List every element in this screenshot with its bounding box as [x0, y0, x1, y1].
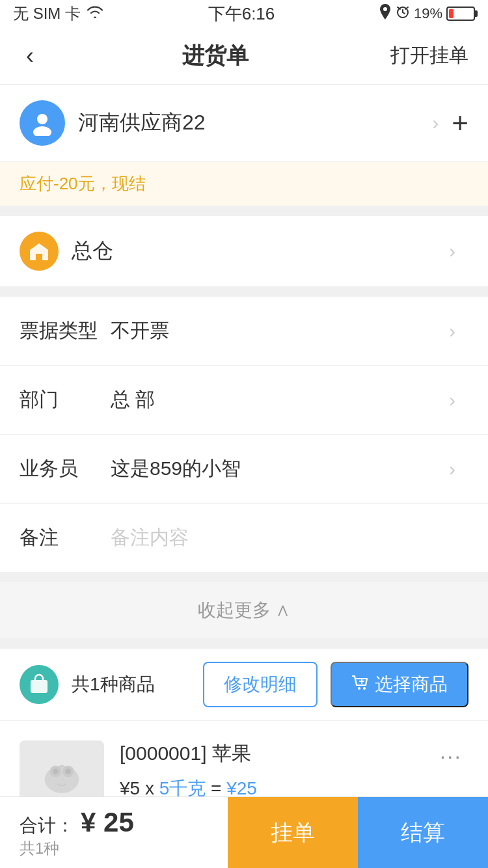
- supplier-name: 河南供应商22: [78, 109, 432, 137]
- price-total: ¥25: [226, 778, 257, 798]
- dept-row[interactable]: 部门 总 部 ›: [0, 366, 488, 435]
- product-name: [0000001] 苹果: [120, 740, 418, 767]
- sales-label: 业务员: [20, 455, 111, 482]
- chevron-right-icon: ›: [432, 112, 439, 134]
- add-supplier-button[interactable]: +: [452, 109, 468, 137]
- supplier-row[interactable]: 河南供应商22 › +: [0, 85, 488, 162]
- supplier-card: 河南供应商22 › + 应付-20元，现结: [0, 85, 488, 206]
- warehouse-card[interactable]: 总仓 ›: [0, 216, 488, 286]
- dept-value: 总 部: [111, 387, 449, 413]
- svg-point-12: [53, 768, 59, 774]
- sales-value: 这是859的小智: [111, 455, 449, 482]
- battery-icon: [446, 7, 475, 21]
- product-title: 苹果: [212, 742, 251, 764]
- nav-bar: ‹ 进货单 打开挂单: [0, 27, 488, 85]
- warehouse-name: 总仓: [72, 237, 449, 265]
- settle-button[interactable]: 结算: [358, 797, 488, 868]
- price-value: ¥5: [120, 778, 140, 798]
- product-info: [0000001] 苹果 ¥5 x 5千克 = ¥25: [120, 740, 418, 801]
- status-bar: 无 SIM 卡 下午6:16 19%: [0, 0, 488, 27]
- svg-point-6: [363, 687, 366, 690]
- content: 河南供应商22 › + 应付-20元，现结 总仓 › 票据类型 不开票 › 部门: [0, 85, 488, 868]
- back-button[interactable]: ‹: [20, 36, 40, 76]
- supplier-notice: 应付-20元，现结: [0, 162, 488, 206]
- invoice-label: 票据类型: [20, 318, 111, 344]
- form-section: 票据类型 不开票 › 部门 总 部 › 业务员 这是859的小智 › 备注 备注…: [0, 297, 488, 572]
- svg-point-2: [33, 126, 51, 136]
- chevron-right-icon: ›: [449, 389, 455, 411]
- status-time: 下午6:16: [208, 3, 275, 25]
- location-icon: [379, 4, 392, 23]
- price-multiply: x: [145, 778, 159, 798]
- total-count: 共1种: [20, 838, 208, 859]
- chevron-right-icon: ›: [449, 240, 455, 262]
- svg-point-1: [37, 114, 47, 124]
- product-code: [0000001]: [120, 742, 206, 764]
- total-label: 合计：: [20, 813, 74, 838]
- cart-icon: [351, 674, 370, 695]
- svg-rect-3: [36, 254, 42, 260]
- bottom-bar: 合计： ¥ 25 共1种 挂单 结算: [0, 796, 488, 868]
- wifi-icon: [86, 5, 104, 23]
- remark-label: 备注: [20, 524, 111, 551]
- svg-rect-4: [31, 680, 47, 693]
- svg-point-13: [65, 768, 71, 774]
- hang-button[interactable]: 挂单: [228, 797, 358, 868]
- invoice-value: 不开票: [111, 318, 449, 344]
- status-left: 无 SIM 卡: [13, 3, 104, 24]
- price-equals: =: [211, 778, 226, 798]
- select-product-button[interactable]: 选择商品: [331, 662, 468, 707]
- remark-row[interactable]: 备注 备注内容: [0, 504, 488, 572]
- invoice-row[interactable]: 票据类型 不开票 ›: [0, 297, 488, 366]
- bottom-total: 合计： ¥ 25 共1种: [0, 797, 228, 868]
- dept-label: 部门: [20, 387, 111, 413]
- product-more-button[interactable]: ···: [433, 740, 468, 771]
- total-amount: ¥ 25: [81, 807, 134, 838]
- edit-detail-button[interactable]: 修改明细: [203, 662, 318, 707]
- status-right: 19%: [379, 4, 475, 23]
- svg-point-5: [358, 687, 360, 690]
- collapse-bar[interactable]: 收起更多 ∧: [0, 582, 488, 638]
- battery-level: 19%: [414, 5, 442, 22]
- select-product-label: 选择商品: [375, 672, 448, 697]
- supplier-avatar: [20, 100, 65, 146]
- chevron-right-icon: ›: [449, 458, 455, 480]
- price-qty: 5千克: [159, 778, 206, 798]
- products-header: 共1种商品 修改明细 选择商品: [0, 649, 488, 721]
- open-hang-button[interactable]: 打开挂单: [390, 42, 468, 69]
- warehouse-icon: [20, 232, 59, 271]
- products-count: 共1种商品: [72, 672, 190, 697]
- alarm-icon: [396, 5, 410, 23]
- remark-placeholder[interactable]: 备注内容: [111, 524, 468, 551]
- carrier-text: 无 SIM 卡: [13, 3, 81, 24]
- chevron-right-icon: ›: [449, 320, 455, 342]
- sales-row[interactable]: 业务员 这是859的小智 ›: [0, 435, 488, 504]
- products-icon: [20, 665, 59, 704]
- svg-point-9: [45, 766, 79, 793]
- warehouse-row[interactable]: 总仓 ›: [0, 216, 488, 286]
- page-title: 进货单: [182, 41, 249, 71]
